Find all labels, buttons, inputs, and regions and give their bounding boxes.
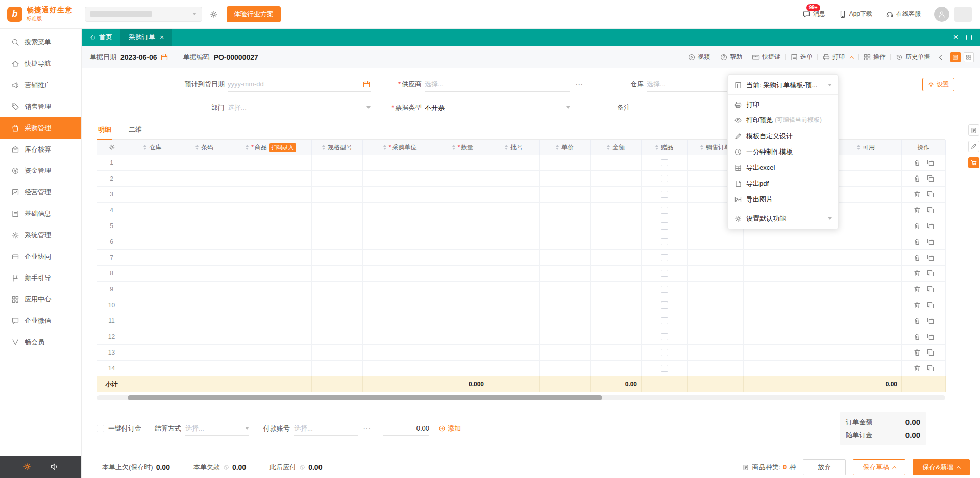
gear-icon[interactable] <box>209 10 218 19</box>
cell-price[interactable] <box>540 297 591 313</box>
print-menu-item-export-pdf[interactable]: 导出pdf <box>728 175 838 191</box>
eta-date-input[interactable]: yyyy-mm-dd <box>228 77 371 92</box>
cell-spec[interactable] <box>312 155 363 171</box>
trash-icon[interactable] <box>913 285 921 293</box>
cell-product[interactable] <box>230 171 312 187</box>
cell-product[interactable] <box>230 329 312 345</box>
cell-barcode[interactable] <box>179 282 230 297</box>
cell-qty[interactable] <box>437 297 488 313</box>
cell-amount[interactable] <box>591 171 642 187</box>
cell-qty[interactable] <box>437 329 488 345</box>
trash-icon[interactable] <box>913 206 921 214</box>
toolbar-video-button[interactable]: 视频 <box>688 53 710 61</box>
calendar-icon[interactable] <box>362 80 371 88</box>
settle-method-select[interactable]: 选择... <box>185 421 249 436</box>
trash-icon[interactable] <box>913 364 921 372</box>
column-header-qty[interactable]: *数量 <box>437 140 488 155</box>
cell-unit[interactable] <box>363 203 437 218</box>
cell-avail[interactable] <box>830 282 902 297</box>
discard-button[interactable]: 放弃 <box>803 459 846 475</box>
cell-price[interactable] <box>540 282 591 297</box>
toolbar-print-button[interactable]: 打印 <box>822 53 853 61</box>
cell-batch[interactable] <box>488 345 540 361</box>
cell-sales_order[interactable] <box>688 250 744 266</box>
column-header-warehouse[interactable]: 仓库 <box>126 140 179 155</box>
cell-barcode[interactable] <box>179 313 230 329</box>
supplier-more-icon[interactable]: ⋯ <box>575 80 583 89</box>
cell-avail[interactable] <box>830 266 902 282</box>
cell-barcode[interactable] <box>179 250 230 266</box>
sidebar-item-member[interactable]: 畅会员 <box>0 332 81 353</box>
gift-checkbox[interactable] <box>661 317 668 324</box>
cell-spec[interactable] <box>312 234 363 250</box>
cell-price[interactable] <box>540 266 591 282</box>
cell-price[interactable] <box>540 203 591 218</box>
cell-price[interactable] <box>540 218 591 234</box>
print-menu-item-export-image[interactable]: 导出图片 <box>728 191 838 207</box>
cell-pkg[interactable] <box>744 297 830 313</box>
cell-qty[interactable] <box>437 171 488 187</box>
cell-batch[interactable] <box>488 171 540 187</box>
sidebar-item-guide[interactable]: 新手引导 <box>0 267 81 289</box>
cell-pkg[interactable] <box>744 282 830 297</box>
cell-spec[interactable] <box>312 313 363 329</box>
cell-batch[interactable] <box>488 329 540 345</box>
account-more-icon[interactable]: ⋯ <box>363 424 371 433</box>
tab-dimension[interactable]: 二维 <box>128 120 143 139</box>
grid-view-toggle[interactable] <box>964 52 974 62</box>
column-header-product[interactable]: *商品扫码录入 <box>230 140 312 155</box>
column-header-idx[interactable] <box>97 140 126 155</box>
calendar-icon[interactable] <box>160 53 168 61</box>
cell-avail[interactable] <box>830 203 902 218</box>
cell-barcode[interactable] <box>179 329 230 345</box>
cell-amount[interactable] <box>591 203 642 218</box>
cell-unit[interactable] <box>363 266 437 282</box>
cell-warehouse[interactable] <box>126 250 179 266</box>
cell-unit[interactable] <box>363 345 437 361</box>
gift-checkbox[interactable] <box>661 301 668 309</box>
collapse-left-icon[interactable] <box>937 54 944 61</box>
info-icon[interactable] <box>299 464 305 470</box>
trash-icon[interactable] <box>913 238 921 246</box>
sidebar-settings-icon[interactable] <box>22 462 32 471</box>
column-header-spec[interactable]: 规格型号 <box>312 140 363 155</box>
cell-avail[interactable] <box>830 250 902 266</box>
cell-price[interactable] <box>540 234 591 250</box>
copy-icon[interactable] <box>926 190 935 198</box>
cell-barcode[interactable] <box>179 171 230 187</box>
sidebar-item-sales[interactable]: 销售管理 <box>0 96 81 117</box>
cell-product[interactable] <box>230 234 312 250</box>
cell-amount[interactable] <box>591 297 642 313</box>
sidebar-item-operation[interactable]: 经营管理 <box>0 182 81 203</box>
add-payment-button[interactable]: 添加 <box>438 424 461 433</box>
cell-amount[interactable] <box>591 266 642 282</box>
gift-checkbox[interactable] <box>661 254 668 261</box>
supplier-select[interactable]: 选择... <box>425 77 570 92</box>
list-view-toggle[interactable] <box>950 52 961 62</box>
cell-amount[interactable] <box>591 345 642 361</box>
cell-unit[interactable] <box>363 250 437 266</box>
cell-product[interactable] <box>230 313 312 329</box>
cell-amount[interactable] <box>591 250 642 266</box>
gear-icon[interactable] <box>108 144 115 151</box>
cell-amount[interactable] <box>591 313 642 329</box>
column-header-batch[interactable]: 批号 <box>488 140 540 155</box>
cell-warehouse[interactable] <box>126 155 179 171</box>
cell-warehouse[interactable] <box>126 187 179 203</box>
gift-checkbox[interactable] <box>661 270 668 277</box>
cell-warehouse[interactable] <box>126 329 179 345</box>
table-settings-button[interactable]: 设置 <box>922 78 954 91</box>
rail-edit-button[interactable] <box>968 141 979 152</box>
cell-batch[interactable] <box>488 266 540 282</box>
cell-batch[interactable] <box>488 203 540 218</box>
sidebar-item-collaboration[interactable]: 企业协同 <box>0 246 81 267</box>
close-tab-icon[interactable]: × <box>160 33 164 41</box>
invoice-type-select[interactable]: 不开票 <box>425 100 570 115</box>
cell-spec[interactable] <box>312 329 363 345</box>
cell-unit[interactable] <box>363 313 437 329</box>
cell-warehouse[interactable] <box>126 171 179 187</box>
tab-purchase-order[interactable]: 采购订单 × <box>120 29 172 46</box>
cell-spec[interactable] <box>312 361 363 376</box>
toolbar-hotkeys-button[interactable]: 快捷键 <box>752 53 780 61</box>
sort-icon[interactable] <box>607 145 610 150</box>
